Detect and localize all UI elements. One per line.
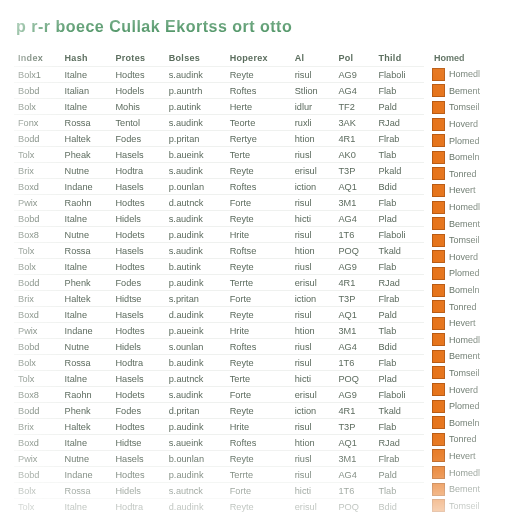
table-row: BoddPhenkFodesp.audinkTerrteerisul4R1RJa… bbox=[14, 275, 424, 291]
table-cell: p.ounlan bbox=[165, 179, 226, 195]
column-header: Hash bbox=[61, 50, 112, 67]
table-cell: riusl bbox=[291, 147, 335, 163]
table-cell: 3M1 bbox=[334, 323, 374, 339]
table-cell: Plad bbox=[374, 371, 424, 387]
table-cell: Tkald bbox=[374, 403, 424, 419]
table-cell: Hodtes bbox=[111, 259, 164, 275]
table-cell: 1T6 bbox=[334, 227, 374, 243]
table-row: BrixNutneHodtras.audinkReyteerisulT3PPka… bbox=[14, 163, 424, 179]
table-cell: risul bbox=[291, 467, 335, 483]
table-cell: Forte bbox=[226, 195, 291, 211]
table-row: Box8NutneHodetsp.audinkHriterisul1T6Flab… bbox=[14, 227, 424, 243]
legend-item: Tomseil bbox=[430, 232, 502, 249]
table-cell: Roftes bbox=[226, 179, 291, 195]
table-cell: s.aueink bbox=[165, 435, 226, 451]
table-cell: 3M1 bbox=[334, 451, 374, 467]
swatch-icon bbox=[432, 201, 445, 214]
table-cell: Reyte bbox=[226, 259, 291, 275]
swatch-icon bbox=[432, 267, 445, 280]
table-cell: b.ounlan bbox=[165, 451, 226, 467]
table-cell: Boxd bbox=[14, 307, 61, 323]
table-cell: Roftse bbox=[226, 243, 291, 259]
table-cell: Hodtes bbox=[111, 323, 164, 339]
table-cell: Hrite bbox=[226, 323, 291, 339]
table-cell: Stlion bbox=[291, 83, 335, 99]
swatch-icon bbox=[432, 400, 445, 413]
table-row: Bolx1ItalneHodtess.audinkReyterisulAG9Fl… bbox=[14, 67, 424, 83]
table-cell: Tolx bbox=[14, 499, 61, 513]
legend-label: Hevert bbox=[449, 451, 476, 461]
legend-item: Homedl bbox=[430, 66, 502, 83]
table-cell: Flrab bbox=[374, 451, 424, 467]
table-row: BobdIndaneHodtesp.audinkTerrterisulAG4Pa… bbox=[14, 467, 424, 483]
legend-label: Bement bbox=[449, 351, 480, 361]
table-cell: p.audink bbox=[165, 275, 226, 291]
table-cell: Bobd bbox=[14, 467, 61, 483]
legend-label: Hoverd bbox=[449, 385, 478, 395]
table-cell: Hodtra bbox=[111, 163, 164, 179]
table-cell: Raohn bbox=[61, 387, 112, 403]
table-cell: Hodtes bbox=[111, 195, 164, 211]
table-cell: htion bbox=[291, 243, 335, 259]
swatch-icon bbox=[432, 483, 445, 496]
table-cell: Hidtse bbox=[111, 291, 164, 307]
swatch-icon bbox=[432, 449, 445, 462]
table-cell: p.auntrh bbox=[165, 83, 226, 99]
table-cell: p.autink bbox=[165, 99, 226, 115]
table-cell: erisul bbox=[291, 275, 335, 291]
table-cell: Tolx bbox=[14, 371, 61, 387]
table-cell: Hodtes bbox=[111, 419, 164, 435]
legend-item: Tonred bbox=[430, 298, 502, 315]
table-cell: Bdid bbox=[374, 179, 424, 195]
table-row: TolxItalneHodtrad.audinkReyteerisulPOQBd… bbox=[14, 499, 424, 513]
table-header: IndexHashProtesBolsesHoperexAlPolThild bbox=[14, 50, 424, 67]
table-row: TolxRossaHaselss.audinkRoftsehtionPOQTka… bbox=[14, 243, 424, 259]
table-cell: riusl bbox=[291, 259, 335, 275]
table-row: PwixNutneHaselsb.ounlanReyteriusl3M1Flra… bbox=[14, 451, 424, 467]
table-cell: s.audink bbox=[165, 387, 226, 403]
table-cell: s.audink bbox=[165, 67, 226, 83]
table-cell: Roftes bbox=[226, 435, 291, 451]
swatch-icon bbox=[432, 101, 445, 114]
table-row: TolxPheakHaselsb.aueinkTerteriuslAK0Tlab bbox=[14, 147, 424, 163]
table-cell: Bodd bbox=[14, 131, 61, 147]
table-cell: Forte bbox=[226, 483, 291, 499]
table-cell: Boxd bbox=[14, 179, 61, 195]
table-cell: s.audink bbox=[165, 211, 226, 227]
table-cell: Hasels bbox=[111, 307, 164, 323]
table-cell: Pwix bbox=[14, 451, 61, 467]
legend-item: Hoverd bbox=[430, 116, 502, 133]
swatch-icon bbox=[432, 184, 445, 197]
table-cell: Haltek bbox=[61, 419, 112, 435]
table-cell: Pwix bbox=[14, 195, 61, 211]
table-cell: Reyte bbox=[226, 451, 291, 467]
table-cell: Box8 bbox=[14, 227, 61, 243]
legend-list: HomedlBementTomseilHoverdPlomedBomelnTon… bbox=[430, 66, 502, 512]
table-cell: Italne bbox=[61, 499, 112, 513]
table-cell: Bolx bbox=[14, 355, 61, 371]
table-cell: Reyte bbox=[226, 67, 291, 83]
table-cell: Bolx bbox=[14, 259, 61, 275]
table-cell: Terte bbox=[226, 371, 291, 387]
legend-item: Hevert bbox=[430, 315, 502, 332]
table-row: TolxItalneHaselsp.autnckTertehictiPOQPla… bbox=[14, 371, 424, 387]
table-cell: d.autnck bbox=[165, 195, 226, 211]
legend-header: Homed bbox=[430, 50, 502, 66]
table-cell: Flab bbox=[374, 83, 424, 99]
legend-label: Tomseil bbox=[449, 102, 480, 112]
legend-item: Plomed bbox=[430, 398, 502, 415]
legend-label: Plomed bbox=[449, 268, 480, 278]
table-row: FonxRossaTentols.audinkTeorteruxli3AKRJa… bbox=[14, 115, 424, 131]
table-cell: AG4 bbox=[334, 83, 374, 99]
table-cell: RJad bbox=[374, 275, 424, 291]
page-title: p r-r boece Cullak Ekortss ort otto bbox=[16, 18, 502, 36]
table-cell: risul bbox=[291, 307, 335, 323]
table-cell: riusl bbox=[291, 339, 335, 355]
table-cell: Flab bbox=[374, 195, 424, 211]
table-cell: iction bbox=[291, 179, 335, 195]
table-row: PwixIndaneHodtesp.aueinkHritehtion3M1Tla… bbox=[14, 323, 424, 339]
table-cell: Bobd bbox=[14, 83, 61, 99]
table-cell: risul bbox=[291, 67, 335, 83]
table-cell: Hodets bbox=[111, 387, 164, 403]
table-cell: Hidtse bbox=[111, 435, 164, 451]
